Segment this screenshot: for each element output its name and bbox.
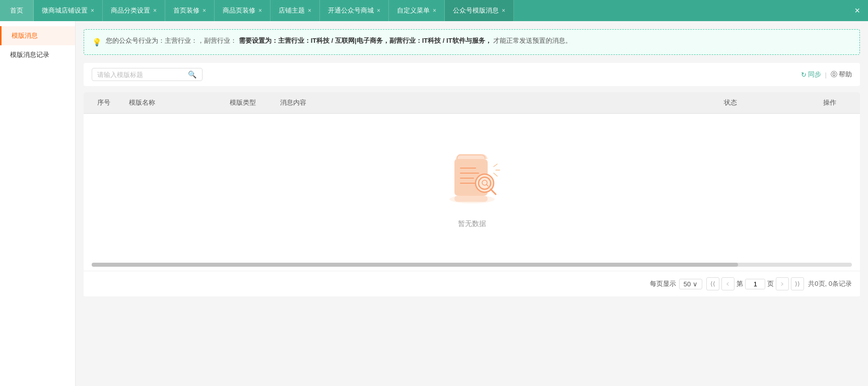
- tab-shop-theme-label: 店铺主题: [279, 6, 305, 15]
- data-table: 序号 模版名称 模版类型 消息内容 状态 操作: [84, 92, 860, 296]
- svg-line-7: [491, 189, 496, 194]
- tab-template-msg-label: 公众号模版消息: [453, 6, 499, 15]
- page-size-chevron: ∨: [693, 280, 698, 288]
- sync-label: 同步: [808, 70, 821, 79]
- sidebar-item-template-msg-log[interactable]: 模版消息记录: [0, 45, 75, 64]
- pagination-bar: 每页显示 50 ∨ ⟨⟨ ﹤ 第 页 ﹥ ⟩⟩ 共0页, 0条记录: [84, 271, 860, 296]
- main-layout: 模版消息 模版消息记录 💡 您的公众号行业为：主营行业：，副营行业： 需要设置为…: [0, 21, 868, 386]
- page-di-label: 第: [737, 279, 743, 288]
- tab-product-category-label: 商品分类设置: [111, 6, 150, 15]
- col-action-label: 操作: [823, 98, 836, 107]
- page-prev-button[interactable]: ﹤: [721, 277, 735, 290]
- tab-template-msg-close[interactable]: ×: [502, 7, 505, 14]
- col-header-action: 操作: [799, 92, 860, 113]
- tab-product-decor[interactable]: 商品页装修 ×: [215, 0, 271, 21]
- help-button[interactable]: ⓪ 帮助: [831, 70, 852, 79]
- notice-icon: 💡: [92, 36, 102, 48]
- toolbar-divider: |: [825, 71, 827, 79]
- tab-home[interactable]: 首页: [0, 0, 34, 21]
- tab-micro-shop[interactable]: 微商城店铺设置 ×: [34, 0, 103, 21]
- table-header: 序号 模版名称 模版类型 消息内容 状态 操作: [84, 92, 860, 114]
- notice-box: 💡 您的公众号行业为：主营行业：，副营行业： 需要设置为：主营行业：IT科技 /…: [84, 29, 860, 55]
- empty-illustration: [439, 144, 505, 209]
- tab-custom-menu[interactable]: 自定义菜单 ×: [389, 0, 445, 21]
- notice-prefix: 您的公众号行业为：主营行业：，副营行业：: [106, 37, 237, 44]
- tab-home-decor-label: 首页装修: [173, 6, 199, 15]
- page-number-input[interactable]: [745, 279, 765, 289]
- tab-home-label: 首页: [10, 6, 23, 15]
- col-status-label: 状态: [724, 98, 737, 107]
- col-name-label: 模版名称: [129, 98, 155, 107]
- tab-micro-shop-close[interactable]: ×: [91, 7, 94, 14]
- col-seq-label: 序号: [97, 98, 110, 107]
- tab-product-category-close[interactable]: ×: [153, 7, 157, 14]
- tab-bar: 首页 微商城店铺设置 × 商品分类设置 × 首页装修 × 商品页装修 × 店铺主…: [0, 0, 868, 21]
- search-icon[interactable]: 🔍: [188, 70, 196, 79]
- col-header-name: 模版名称: [124, 92, 225, 113]
- tab-product-decor-close[interactable]: ×: [258, 7, 262, 14]
- col-header-content: 消息内容: [275, 92, 719, 113]
- empty-text: 暂无数据: [458, 219, 486, 228]
- scrollbar-thumb: [92, 263, 738, 267]
- tab-product-category[interactable]: 商品分类设置 ×: [103, 0, 165, 21]
- page-unit-label: 页: [767, 279, 774, 288]
- sidebar-item-template-msg-label: 模版消息: [12, 32, 38, 39]
- search-input[interactable]: [97, 71, 188, 79]
- tab-bar-close-all[interactable]: ×: [846, 0, 868, 21]
- tab-custom-menu-label: 自定义菜单: [397, 6, 430, 15]
- fake-scrollbar[interactable]: [92, 263, 852, 267]
- sidebar-item-template-msg[interactable]: 模版消息: [0, 26, 75, 45]
- empty-state: 暂无数据: [84, 114, 860, 259]
- page-size-select: 每页显示 50 ∨: [650, 279, 702, 289]
- help-label: 帮助: [839, 70, 852, 79]
- col-header-type: 模版类型: [225, 92, 275, 113]
- tab-shop-theme[interactable]: 店铺主题 ×: [271, 0, 320, 21]
- page-size-value: 50: [684, 280, 691, 288]
- tab-template-msg[interactable]: 公众号模版消息 ×: [445, 0, 514, 21]
- svg-line-10: [494, 164, 497, 167]
- col-header-status: 状态: [719, 92, 799, 113]
- tab-home-decor-close[interactable]: ×: [203, 7, 206, 14]
- page-size-dropdown[interactable]: 50 ∨: [679, 279, 702, 289]
- tab-open-mall[interactable]: 开通公众号商城 ×: [320, 0, 389, 21]
- notice-highlight: 需要设置为：主营行业：IT科技 / 互联网|电子商务，副营行业：IT科技 / I…: [239, 37, 492, 44]
- tab-product-decor-label: 商品页装修: [223, 6, 255, 15]
- page-nav: ⟨⟨ ﹤ 第 页 ﹥ ⟩⟩: [706, 277, 804, 290]
- toolbar-right: ↻ 同步 | ⓪ 帮助: [801, 70, 852, 79]
- sidebar: 模版消息 模版消息记录: [0, 21, 76, 386]
- page-total-label: 共0页, 0条记录: [808, 279, 852, 288]
- sync-icon: ↻: [801, 71, 807, 79]
- col-header-seq: 序号: [84, 92, 124, 113]
- page-last-button[interactable]: ⟩⟩: [791, 277, 804, 290]
- sync-button[interactable]: ↻ 同步: [801, 70, 821, 79]
- page-next-button[interactable]: ﹥: [776, 277, 789, 290]
- tab-open-mall-label: 开通公众号商城: [328, 6, 374, 15]
- notice-text: 您的公众号行业为：主营行业：，副营行业： 需要设置为：主营行业：IT科技 / 互…: [106, 36, 572, 46]
- page-size-label: 每页显示: [650, 279, 676, 288]
- svg-line-12: [494, 173, 497, 176]
- tab-shop-theme-close[interactable]: ×: [308, 7, 311, 14]
- help-icon: ⓪: [831, 70, 837, 79]
- scrollbar-area: [84, 259, 860, 271]
- tab-custom-menu-close[interactable]: ×: [433, 7, 436, 14]
- tab-micro-shop-label: 微商城店铺设置: [42, 6, 88, 15]
- toolbar: 🔍 ↻ 同步 | ⓪ 帮助: [84, 63, 860, 86]
- search-box[interactable]: 🔍: [92, 68, 203, 81]
- col-content-label: 消息内容: [280, 98, 306, 107]
- col-type-label: 模版类型: [230, 98, 256, 107]
- tab-home-decor[interactable]: 首页装修 ×: [165, 0, 215, 21]
- notice-suffix: 才能正常发送预置的消息。: [493, 37, 572, 44]
- page-first-button[interactable]: ⟨⟨: [706, 277, 719, 290]
- sidebar-item-template-msg-log-label: 模版消息记录: [10, 51, 49, 58]
- content-area: 💡 您的公众号行业为：主营行业：，副营行业： 需要设置为：主营行业：IT科技 /…: [76, 21, 868, 386]
- tab-open-mall-close[interactable]: ×: [377, 7, 380, 14]
